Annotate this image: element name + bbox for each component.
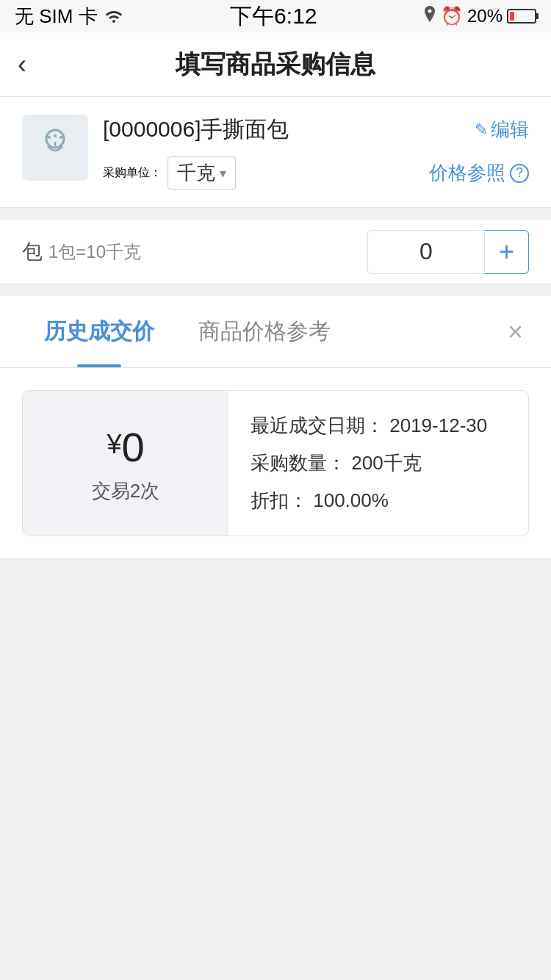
product-section: [0000006]手撕面包 ✎ 编辑 采购单位： 千克 ▾ 价格参照 ? (0, 97, 551, 208)
unit-row: 采购单位： 千克 ▾ 价格参照 ? (103, 156, 529, 190)
tab-product-price-ref[interactable]: 商品价格参考 (176, 296, 353, 367)
tab-history-price[interactable]: 历史成交价 (22, 296, 176, 367)
tabs-close-button[interactable]: × (502, 311, 529, 353)
product-thumb-icon (33, 123, 77, 173)
discount-value: 100.00% (313, 489, 389, 511)
qty-label: 包 1包=10千克 (22, 238, 141, 266)
unit-label-row: 采购单位： 千克 ▾ (103, 156, 236, 190)
recent-date-row: 最近成交日期： 2019-12-30 (251, 413, 506, 439)
unit-value: 千克 (177, 160, 215, 186)
wifi-icon (104, 5, 124, 28)
svg-point-2 (54, 134, 57, 137)
price-amount: ¥ 0 (107, 423, 144, 471)
svg-point-1 (48, 136, 51, 139)
purchase-qty-value: 200千克 (351, 452, 421, 474)
price-times: 交易2次 (92, 478, 159, 504)
page-title: 填写商品采购信息 (176, 48, 375, 82)
battery-percent: 20% (467, 6, 503, 26)
unit-label: 采购单位： (103, 165, 162, 181)
edit-label: 编辑 (491, 117, 529, 143)
edit-icon: ✎ (475, 120, 488, 140)
price-currency: ¥ (107, 429, 121, 460)
price-ref-button[interactable]: 价格参照 ? (429, 160, 529, 186)
svg-point-3 (60, 136, 62, 139)
unit-select[interactable]: 千克 ▾ (168, 156, 236, 190)
recent-date-label: 最近成交日期： (251, 414, 384, 436)
location-icon (423, 6, 436, 26)
purchase-qty-row: 采购数量： 200千克 (251, 450, 506, 476)
qty-input[interactable]: 0 (367, 230, 485, 274)
discount-row: 折扣： 100.00% (251, 488, 506, 514)
product-id: [0000006] (103, 117, 201, 141)
price-card-container: ¥ 0 交易2次 最近成交日期： 2019-12-30 采购数量： 200千克 … (0, 368, 551, 558)
product-name-row: [0000006]手撕面包 ✎ 编辑 (103, 115, 529, 145)
tabs-header: 历史成交价 商品价格参考 × (0, 296, 551, 368)
product-info: [0000006]手撕面包 ✎ 编辑 采购单位： 千克 ▾ 价格参照 ? (103, 115, 529, 190)
back-button[interactable]: ‹ (18, 49, 26, 80)
price-card: ¥ 0 交易2次 最近成交日期： 2019-12-30 采购数量： 200千克 … (22, 390, 529, 536)
chevron-down-icon: ▾ (220, 165, 226, 181)
tabs-list: 历史成交价 商品价格参考 (22, 296, 353, 367)
product-row: [0000006]手撕面包 ✎ 编辑 采购单位： 千克 ▾ 价格参照 ? (22, 115, 529, 190)
tabs-section: 历史成交价 商品价格参考 × ¥ 0 交易2次 最近成交日期： 2019-12-… (0, 296, 551, 559)
discount-label: 折扣： (251, 489, 308, 511)
info-icon: ? (510, 164, 529, 183)
product-name: [0000006]手撕面包 (103, 115, 289, 145)
price-value: 0 (121, 423, 144, 471)
price-card-left: ¥ 0 交易2次 (23, 391, 228, 536)
qty-plus-button[interactable]: + (485, 230, 529, 274)
purchase-qty-label: 采购数量： (251, 452, 346, 474)
quantity-section: 包 1包=10千克 0 + (0, 220, 551, 284)
product-thumbnail (22, 115, 88, 181)
recent-date-value: 2019-12-30 (389, 414, 487, 436)
alarm-icon: ⏰ (441, 6, 463, 26)
qty-unit-equality: 1包=10千克 (48, 240, 141, 264)
status-left: 无 SIM 卡 (15, 4, 124, 29)
qty-control: 0 + (367, 230, 529, 274)
qty-unit-label: 包 (22, 238, 43, 266)
status-bar: 无 SIM 卡 下午6:12 ⏰ 20% (0, 0, 551, 32)
product-title: 手撕面包 (201, 117, 289, 141)
section-divider (0, 208, 551, 220)
page-header: ‹ 填写商品采购信息 (0, 32, 551, 97)
edit-button[interactable]: ✎ 编辑 (475, 117, 529, 143)
carrier-text: 无 SIM 卡 (15, 4, 98, 29)
price-ref-label: 价格参照 (429, 160, 505, 186)
status-right: ⏰ 20% (423, 6, 536, 26)
status-time: 下午6:12 (230, 1, 317, 32)
price-card-right: 最近成交日期： 2019-12-30 采购数量： 200千克 折扣： 100.0… (228, 391, 528, 536)
battery-icon (507, 9, 536, 24)
